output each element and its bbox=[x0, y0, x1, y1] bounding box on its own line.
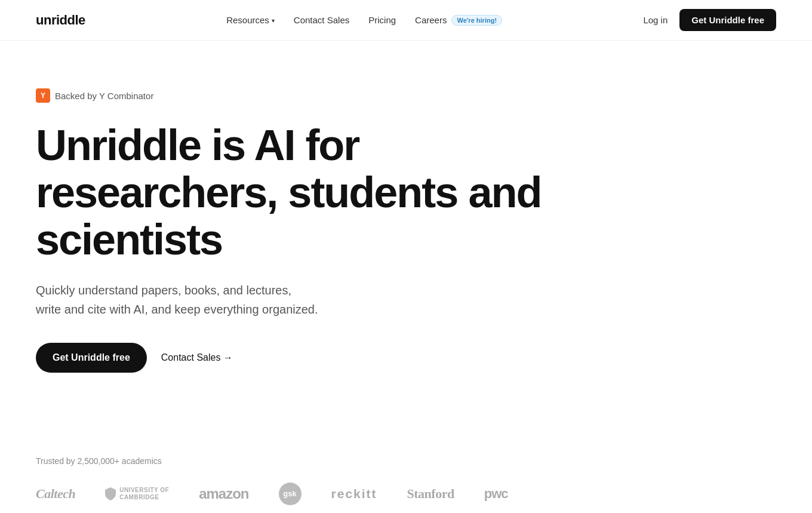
hero-buttons: Get Unriddle free Contact Sales → bbox=[36, 343, 776, 373]
nav-pricing[interactable]: Pricing bbox=[368, 15, 396, 25]
logos-row: Caltech University of Cambridge amazon g… bbox=[36, 483, 776, 505]
nav-center: Resources ▾ Contact Sales Pricing Career… bbox=[226, 15, 502, 26]
hero-section: Y Backed by Y Combinator Unriddle is AI … bbox=[0, 41, 812, 456]
hero-title: Unriddle is AI for researchers, students… bbox=[36, 122, 573, 264]
amazon-logo: amazon bbox=[199, 486, 248, 502]
yc-logo-icon: Y bbox=[36, 88, 50, 103]
trusted-section: Trusted by 2,500,000+ academics Caltech … bbox=[0, 456, 812, 513]
nav-careers-group: Careers We're hiring! bbox=[415, 15, 502, 26]
nav-cta-button[interactable]: Get Unriddle free bbox=[679, 9, 776, 31]
navbar: unriddle Resources ▾ Contact Sales Prici… bbox=[0, 0, 812, 41]
hero-subtitle: Quickly understand papers, books, and le… bbox=[36, 281, 776, 319]
stanford-logo: Stanford bbox=[407, 486, 454, 502]
gsk-logo: gsk bbox=[279, 483, 302, 505]
hero-cta-button[interactable]: Get Unriddle free bbox=[36, 343, 147, 373]
login-link[interactable]: Log in bbox=[643, 15, 668, 25]
reckitt-logo: reckitt bbox=[331, 487, 377, 501]
logo[interactable]: unriddle bbox=[36, 13, 85, 28]
nav-resources-dropdown[interactable]: Resources ▾ bbox=[226, 15, 275, 25]
yc-badge: Y Backed by Y Combinator bbox=[36, 88, 776, 103]
caltech-logo: Caltech bbox=[36, 486, 75, 502]
hiring-badge: We're hiring! bbox=[451, 15, 502, 26]
trusted-label: Trusted by 2,500,000+ academics bbox=[36, 456, 776, 466]
cambridge-logo: University of Cambridge bbox=[105, 487, 169, 501]
yc-text: Backed by Y Combinator bbox=[55, 91, 153, 101]
pwc-logo: pwc bbox=[484, 486, 508, 502]
nav-contact-sales[interactable]: Contact Sales bbox=[294, 15, 349, 25]
nav-careers[interactable]: Careers bbox=[415, 15, 447, 25]
hero-contact-sales-button[interactable]: Contact Sales → bbox=[161, 352, 233, 363]
nav-right: Log in Get Unriddle free bbox=[643, 9, 776, 31]
chevron-down-icon: ▾ bbox=[272, 17, 275, 24]
